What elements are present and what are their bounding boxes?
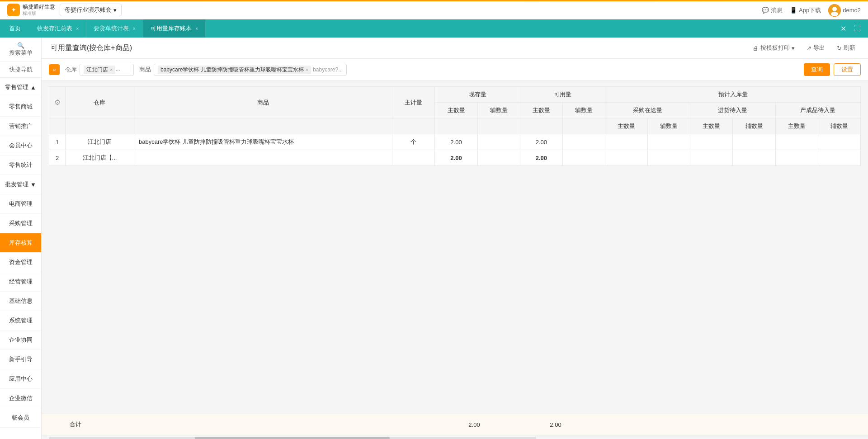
product-input[interactable]: babycare学饮杯 儿童防摔防撞吸管杯重力球吸嘴杯宝宝水杯 × babyca… <box>154 64 347 76</box>
nav-right-controls: ✕ ⛶ <box>839 24 868 34</box>
th-settings[interactable]: ⚙ <box>49 87 66 118</box>
th-empty-unit <box>392 118 435 134</box>
warehouse-tag: 江北门店 × <box>84 66 115 74</box>
sidebar-item-system[interactable]: 系统管理 <box>0 311 41 330</box>
export-btn[interactable]: ↗ 导出 <box>803 42 829 54</box>
th-empty-settings <box>49 118 66 134</box>
sidebar-item-app-center[interactable]: 应用中心 <box>0 369 41 389</box>
sidebar-item-purchase[interactable]: 采购管理 <box>0 214 41 233</box>
row2-index: 2 <box>49 150 66 166</box>
sidebar-search-label: 搜索菜单 <box>4 49 38 57</box>
tab-receive-close[interactable]: × <box>76 26 79 31</box>
sidebar-item-enterprise-wechat[interactable]: 企业微信 <box>0 389 41 408</box>
tab-inventory[interactable]: 可用量库存账本 × <box>143 19 206 38</box>
refresh-btn[interactable]: ↻ 刷新 <box>833 42 859 54</box>
warehouse-tag-remove[interactable]: × <box>110 67 113 72</box>
row1-warehouse: 江北门店 <box>66 134 134 150</box>
logo-text: 畅捷通好生意 <box>23 4 55 10</box>
table-container[interactable]: ⚙ 仓库 商品 主计量 现存量 可用量 预计入库量 主数量 辅数量 主数量 辅数… <box>42 81 868 414</box>
message-label: 消息 <box>771 6 783 14</box>
message-action[interactable]: 💬 消息 <box>762 6 783 14</box>
th-incoming-main: 主数量 <box>690 118 733 134</box>
th-main-unit: 主计量 <box>392 87 435 118</box>
tab-inventory-label: 可用量库存账本 <box>151 24 192 33</box>
nav-tabs-bar: 首页 收发存汇总表 × 要货单统计表 × 可用量库存账本 × ✕ ⛶ <box>0 19 868 38</box>
summary-avail-aux <box>576 418 617 431</box>
sidebar-item-vip[interactable]: 畅会员 <box>0 408 41 428</box>
warehouse-input[interactable]: 江北门店 × ··· <box>80 64 134 76</box>
svg-point-2 <box>831 12 838 16</box>
sidebar-item-retail-mall[interactable]: 零售商城 <box>0 97 41 117</box>
product-tag-1: babycare学饮杯 儿童防摔防撞吸管杯重力球吸嘴杯宝宝水杯 × <box>158 66 311 74</box>
th-empty-product <box>134 118 392 134</box>
app-download-label: App下载 <box>799 6 821 14</box>
summary-production-aux <box>820 418 861 431</box>
sidebar-item-retail-mgmt[interactable]: 零售管理 ▲ <box>0 78 41 97</box>
refresh-icon: ↻ <box>837 45 842 52</box>
th-purchase-main: 主数量 <box>605 118 648 134</box>
page-actions: 🖨 按模板打印 ▾ ↗ 导出 ↻ 刷新 <box>749 42 859 54</box>
th-product: 商品 <box>134 87 392 118</box>
sidebar-item-retail-stats[interactable]: 零售统计 <box>0 156 41 175</box>
sidebar-item-member[interactable]: 会员中心 <box>0 136 41 156</box>
th-stock-main-qty: 主数量 <box>435 103 477 118</box>
filter-toggle-btn[interactable]: » <box>49 64 60 75</box>
maximize-btn[interactable]: ⛶ <box>852 24 863 33</box>
tab-home[interactable]: 首页 <box>0 19 30 38</box>
chevron-down-icon: ▾ <box>113 7 117 14</box>
app-download-action[interactable]: 📱 App下载 <box>790 6 821 14</box>
sidebar-item-inventory-check[interactable]: 库存核算 <box>0 233 41 253</box>
horizontal-scrollbar-track[interactable] <box>49 437 536 439</box>
industry-label: 母婴行业演示账套 <box>65 6 112 14</box>
industry-selector[interactable]: 母婴行业演示账套 ▾ <box>60 4 122 16</box>
tab-order[interactable]: 要货单统计表 × <box>86 19 143 38</box>
settings-button[interactable]: 设置 <box>834 63 861 76</box>
summary-avail-main: 2.00 <box>535 418 576 431</box>
th-purchase-aux: 辅数量 <box>648 118 690 134</box>
th-stock-aux-qty: 辅数量 <box>477 103 520 118</box>
table-header-row-1: ⚙ 仓库 商品 主计量 现存量 可用量 预计入库量 <box>49 87 861 103</box>
user-avatar-area[interactable]: demo2 <box>828 4 861 17</box>
sidebar-item-basic[interactable]: 基础信息 <box>0 292 41 311</box>
print-btn[interactable]: 🖨 按模板打印 ▾ <box>749 42 798 54</box>
sidebar-item-marketing[interactable]: 营销推广 <box>0 117 41 136</box>
sidebar-item-purchase-label: 采购管理 <box>9 219 33 227</box>
sidebar-item-enterprise-label: 企业协同 <box>9 336 33 344</box>
svg-point-1 <box>832 7 837 11</box>
th-avail-main-qty: 主数量 <box>520 103 562 118</box>
row2-purchase-main <box>605 150 648 166</box>
summary-incoming-aux <box>739 418 779 431</box>
query-button[interactable]: 查询 <box>804 63 830 76</box>
sidebar-search[interactable]: 🔍 搜索菜单 <box>0 38 41 62</box>
product-tag-1-remove[interactable]: × <box>306 67 308 72</box>
row1-purchase-aux <box>648 134 690 150</box>
warehouse-more-dots[interactable]: ··· <box>115 66 120 73</box>
tab-order-close[interactable]: × <box>132 26 135 31</box>
th-production-pending: 产成品待入量 <box>775 103 860 118</box>
tab-home-label: 首页 <box>9 24 21 33</box>
th-empty-s1 <box>435 118 477 134</box>
sidebar-item-app-center-label: 应用中心 <box>9 375 33 383</box>
sidebar-item-finance[interactable]: 资金管理 <box>0 253 41 272</box>
filter-actions: 查询 设置 <box>804 63 861 76</box>
summary-row: 合计 2.00 2.00 <box>49 418 861 431</box>
tab-inventory-close[interactable]: × <box>195 26 198 31</box>
sidebar-item-enterprise[interactable]: 企业协同 <box>0 330 41 350</box>
avatar <box>828 4 841 17</box>
sidebar-item-basic-label: 基础信息 <box>9 297 33 305</box>
print-icon: 🖨 <box>753 45 759 52</box>
th-current-stock: 现存量 <box>435 87 520 103</box>
sidebar-item-enterprise-wechat-label: 企业微信 <box>9 394 33 402</box>
th-empty-s2 <box>477 118 520 134</box>
sidebar-item-wholesale[interactable]: 批发管理 ▼ <box>0 175 41 194</box>
close-window-btn[interactable]: ✕ <box>839 24 848 34</box>
sidebar-item-newbie[interactable]: 新手引导 <box>0 350 41 369</box>
sidebar-item-operations[interactable]: 经营管理 <box>0 272 41 292</box>
summary-stock-aux <box>495 418 535 431</box>
sidebar-quick-nav[interactable]: 快捷导航 <box>0 62 41 78</box>
sidebar-item-ecommerce[interactable]: 电商管理 <box>0 194 41 214</box>
tab-receive[interactable]: 收发存汇总表 × <box>30 19 86 38</box>
horizontal-scrollbar-thumb[interactable] <box>195 437 390 439</box>
logo-text-block: 畅捷通好生意 标准版 <box>23 4 55 16</box>
tab-order-label: 要货单统计表 <box>94 24 129 33</box>
